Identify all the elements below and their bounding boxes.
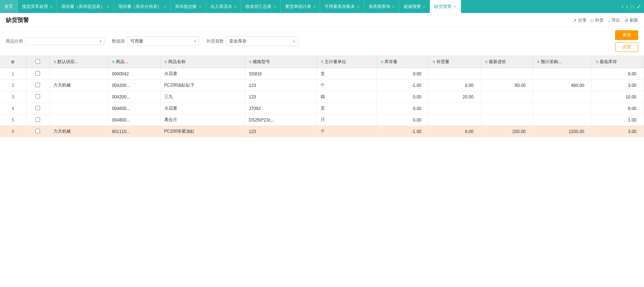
row-select-5[interactable] [35,117,40,122]
settings-button[interactable]: 设置 [615,42,638,52]
row-num-1: 1 [0,68,26,80]
col-code[interactable]: ⇅ 商品... [108,56,160,68]
tab-nav-buttons: ‹ › □ ⤢ [619,3,644,10]
replenish-icon: □ [591,18,593,23]
tab-batch[interactable]: 库存批次账 × [171,0,206,13]
replenish-base-value: 安全库存 [229,38,291,44]
row-unit-5: 只 [317,114,377,126]
tab-requisition[interactable]: 要货单统计表 × [281,0,320,13]
row-min-stock-2: 3.00 [592,80,644,91]
datasource-select[interactable]: 可用量 ▾ [127,36,199,46]
col-min-stock[interactable]: ⇅ 最低库存 [592,56,644,68]
tab-expiry[interactable]: 保质期查询 × [364,0,399,13]
category-select[interactable]: ▾ [25,37,105,45]
datasource-filter-group: 数据源 可用量 ▾ [112,36,199,46]
tab-picking-error[interactable]: 拣货异常处理 × [18,0,57,13]
tab-close-shortage[interactable]: × [454,4,456,9]
row-checkbox-2 [26,80,49,91]
row-checkbox-6 [26,126,49,137]
tab-shortage[interactable]: 缺货预警 × [430,0,461,13]
col-supplier[interactable]: ⇅ 默认供应... [49,56,108,68]
row-checkbox-3 [26,91,49,103]
row-replenish-3: 20.00 [429,91,481,103]
row-checkbox-1 [26,68,49,80]
tab-summary[interactable]: 收发存汇总表 × [241,0,280,13]
tab-close-available[interactable]: × [357,4,359,9]
tab-close-inventory-status[interactable]: × [107,4,109,9]
replenish-base-select[interactable]: 安全库存 ▾ [226,36,298,46]
row-stock-3: 0.00 [377,91,428,103]
row-name-5: 离合片 [160,114,245,126]
row-est-purchase-3 [533,91,592,103]
tab-close-inventory-dist[interactable]: × [164,4,166,9]
datasource-select-value: 可用量 [130,38,192,44]
tab-close-batch[interactable]: × [199,4,201,9]
col-latest-price[interactable]: ⇅ 最新进价 [481,56,533,68]
row-supplier-4 [49,103,108,114]
row-latest-price-6: 200.00 [481,126,533,137]
refresh-button[interactable]: ↺ 刷新 [625,17,638,23]
row-stock-6: -1.00 [377,126,428,137]
row-select-4[interactable] [35,106,40,110]
tab-home[interactable]: 首页 [0,0,18,13]
tab-close-requisition[interactable]: × [313,4,316,9]
row-select-1[interactable] [35,71,40,76]
tab-inventory-status[interactable]: 现存量（库存状况表） × [57,0,114,13]
tab-close-summary[interactable]: × [274,4,276,9]
tab-inventory-dist[interactable]: 现存量（库存分布表） × [114,0,171,13]
row-code-6: 801110... [108,126,160,137]
row-unit-2: 个 [317,80,377,91]
export-button[interactable]: ↓ 导出 [608,17,620,23]
row-supplier-1 [49,68,108,80]
row-replenish-1 [429,68,481,80]
tab-fullscreen[interactable]: ⤢ [635,3,643,10]
row-num-4: 4 [0,103,26,114]
row-code-1: 0000042 [108,68,160,80]
tab-close-overstock[interactable]: × [423,4,425,9]
share-button[interactable]: ↗ 分享 [573,17,587,23]
col-spec-sort-icon: ⇅ [249,60,252,64]
table-body: 1 0000042 火花塞 SS816 支 0.00 8.00 2 力天机械 0… [0,68,644,137]
tab-close-inout[interactable]: × [234,4,236,9]
gear-icon[interactable]: ⚙ [11,59,15,65]
col-name[interactable]: ⇅ 商品名称 [160,56,245,68]
category-label: 商品分类 [6,38,23,44]
table-row: 6 力天机械 801110... PC200张紧油缸 123 个 -1.00 6… [0,126,644,137]
row-spec-6: 123 [245,126,317,137]
row-code-4: 004600... [108,103,160,114]
row-min-stock-4: 8.00 [592,103,644,114]
row-select-2[interactable] [35,83,40,87]
row-stock-1: 0.00 [377,68,428,80]
tab-restore[interactable]: □ [630,3,635,10]
export-icon: ↓ [608,18,610,23]
tab-available[interactable]: 可用量库存账本 × [320,0,364,13]
row-latest-price-4 [481,103,533,114]
row-min-stock-1: 8.00 [592,68,644,80]
row-select-6[interactable] [35,129,40,133]
datasource-label: 数据源 [112,38,125,44]
select-all-checkbox[interactable] [35,59,40,64]
col-stock[interactable]: ⇅ 库存量 [377,56,428,68]
tab-overstock[interactable]: 超储预警 × [399,0,430,13]
col-est-purchase[interactable]: ⇅ 预计采购... [533,56,592,68]
row-spec-1: SS816 [245,68,317,80]
col-settings[interactable]: ⚙ [0,56,26,68]
page-title: 缺货预警 [6,17,573,24]
query-button[interactable]: 查询 [615,30,638,40]
table-row: 5 004800... 离合片 DS250*23c... 只 0.00 1.00 [0,114,644,126]
tab-close-expiry[interactable]: × [392,4,395,9]
col-spec[interactable]: ⇅ 规格型号 [245,56,317,68]
datasource-dropdown-icon: ▾ [194,39,196,43]
col-replenish[interactable]: ⇅ 补货量 [429,56,481,68]
tab-inout[interactable]: 出入库流水 × [206,0,241,13]
row-spec-4: J7092 [245,103,317,114]
row-min-stock-5: 1.00 [592,114,644,126]
tab-scroll-left[interactable]: ‹ [620,3,625,10]
row-spec-3: 123 [245,91,317,103]
tab-scroll-right[interactable]: › [625,3,630,10]
row-select-3[interactable] [35,94,40,99]
replenish-button[interactable]: □ 补货 [591,17,604,23]
filter-row: 商品分类 ▾ 数据源 可用量 ▾ 补货基数 安全库存 ▾ 查询 设置 [0,27,644,56]
col-unit[interactable]: ⇅ 主计量单位 [317,56,377,68]
tab-close-picking-error[interactable]: × [50,4,52,9]
